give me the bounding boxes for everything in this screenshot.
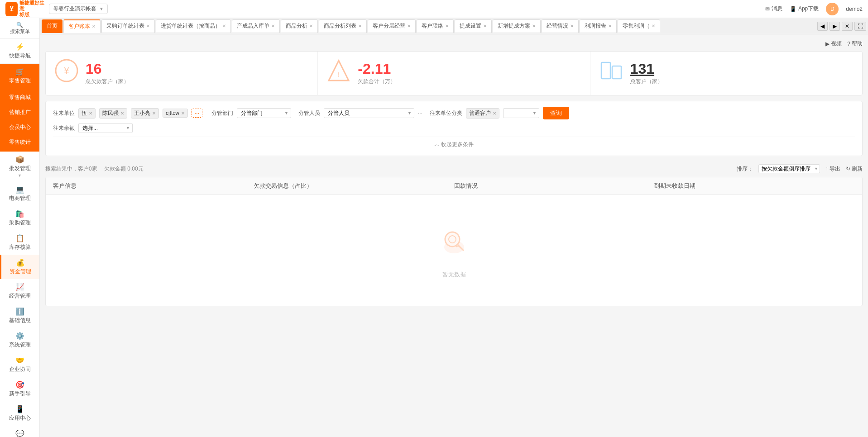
remove-tag-unit2[interactable]: ✕ [120, 111, 124, 116]
sidebar-item-ecommerce[interactable]: 💻 电商管理 [0, 181, 39, 206]
tab-purchase-stats-product[interactable]: 进货单统计表（按商品） ✕ [156, 19, 231, 33]
close-icon[interactable]: ✕ [222, 24, 226, 28]
sidebar: 🔍 搜索菜单 ⚡ 快捷导航 🛒 零售管理 零售商城 营销推广 会员中心 零售统计 [0, 18, 40, 437]
remove-tag-unit4[interactable]: ✕ [181, 111, 185, 116]
username-label: demo2 [846, 6, 863, 12]
appcenter-icon: 📱 [15, 405, 24, 413]
tab-add-commission[interactable]: 新增提成方案 ✕ [493, 19, 541, 33]
tab-profit-report[interactable]: 利润报告 ✕ [580, 19, 617, 33]
message-icon: ✉ [765, 6, 770, 12]
sidebar-item-marketing[interactable]: 营销推广 [0, 105, 39, 120]
tab-customer-tier[interactable]: 客户分层经营 ✕ [368, 19, 416, 33]
person-select[interactable]: 分管人员 [324, 108, 414, 118]
stat-info-customers: 16 总欠款客户（家） [86, 62, 129, 86]
stat-card-amount: ! -2.11 欠款合计（万） [318, 52, 590, 95]
stat-number-total: 131 [630, 62, 663, 76]
sidebar-item-retail-mall[interactable]: 零售商城 [0, 90, 39, 105]
sidebar-item-collab[interactable]: 🤝 企业协同 [0, 352, 39, 377]
stat-icon-owe: ¥ [55, 59, 78, 88]
stat-icon-total [599, 59, 623, 88]
sort-label: 排序： [737, 165, 753, 173]
dept-select-wrapper: 分管部门 [237, 108, 291, 118]
person-more-btn[interactable]: ··· [418, 110, 422, 116]
sidebar-item-appcenter[interactable]: 📱 应用中心 [0, 401, 39, 426]
tab-retail-profit[interactable]: 零售利润（ ✕ [618, 19, 660, 33]
tab-operations[interactable]: 经营情况 ✕ [542, 19, 579, 33]
wholesale-icon: 📦 [15, 155, 24, 164]
tab-next-button[interactable]: ▶ [830, 22, 840, 31]
video-button[interactable]: ▶ 视频 [825, 40, 842, 48]
app-download-button[interactable]: 📱 App下载 [790, 5, 819, 13]
filter-tag-unit1: 伍 ✕ [78, 108, 96, 119]
col-header-due-date: 到期未收款日期 [654, 182, 855, 190]
refresh-button[interactable]: ↻ 刷新 [846, 165, 863, 173]
close-icon[interactable]: ✕ [652, 24, 655, 28]
sidebar-item-wechat[interactable]: 💬 企业微信 [0, 426, 39, 437]
close-icon[interactable]: ✕ [570, 24, 574, 28]
close-icon[interactable]: ✕ [532, 24, 536, 28]
close-icon[interactable]: ✕ [483, 24, 487, 28]
close-icon[interactable]: ✕ [146, 24, 150, 28]
remove-tag-unit1[interactable]: ✕ [89, 111, 92, 116]
phone-icon: 📱 [790, 6, 796, 12]
sort-select[interactable]: 按欠款金额倒序排序 [758, 164, 820, 173]
account-selector[interactable]: 母婴行业演示帐套 ▼ [49, 4, 108, 14]
empty-state: 暂无数据 [46, 195, 862, 306]
stat-number-customers: 16 [86, 62, 129, 76]
data-table: 客户信息 欠款交易信息（占比） 回款情况 到期未收款日期 [45, 177, 863, 306]
sidebar-item-finance[interactable]: 💰 资金管理 [0, 255, 39, 279]
help-button[interactable]: ? 帮助 [847, 40, 863, 48]
filter-row-1: 往来单位 伍 ✕ 陈民强 ✕ 王小亮 ✕ cjttcw [53, 107, 855, 119]
filter-divider [53, 137, 855, 137]
filter-tag-unit-type: 普通客户 ✕ [466, 108, 499, 119]
sidebar-item-newbie[interactable]: 🎯 新手引导 [0, 377, 39, 401]
sidebar-item-wholesale[interactable]: 📦 批发管理 ▼ [0, 152, 39, 181]
result-info: 搜索结果中，客户0家 欠款金额 0.00元 [45, 165, 144, 173]
sidebar-item-retail[interactable]: 🛒 零售管理 [0, 64, 39, 88]
close-icon[interactable]: ✕ [445, 24, 449, 28]
sidebar-item-purchase[interactable]: 🛍️ 采购管理 [0, 206, 39, 230]
tab-prev-button[interactable]: ◀ [817, 22, 828, 31]
main-layout: 🔍 搜索菜单 ⚡ 快捷导航 🛒 零售管理 零售商城 营销推广 会员中心 零售统计 [0, 18, 868, 437]
tab-product-analysis[interactable]: 商品分析 ✕ [281, 19, 318, 33]
collapse-button[interactable]: ︿ 收起更多条件 [53, 139, 855, 150]
sidebar-item-retail-stats[interactable]: 零售统计 [0, 135, 39, 150]
close-icon[interactable]: ✕ [271, 24, 275, 28]
tab-product-inbound[interactable]: 产成品入库单 ✕ [232, 19, 280, 33]
stat-label-customers: 总欠款客户（家） [86, 78, 129, 86]
close-icon[interactable]: ✕ [92, 24, 96, 29]
page-content: ▶ 视频 ? 帮助 ¥ [40, 34, 868, 437]
tab-maximize-button[interactable]: ⛶ [854, 22, 866, 31]
remove-tag-unit-type[interactable]: ✕ [493, 111, 496, 116]
sidebar-item-operations[interactable]: 📈 经营管理 [0, 279, 39, 304]
tab-customer-ledger[interactable]: 客户账本 ✕ [63, 19, 101, 33]
sidebar-item-nav[interactable]: ⚡ 快捷导航 [0, 39, 39, 64]
dept-select[interactable]: 分管部门 [237, 108, 291, 118]
video-icon: ▶ [825, 41, 830, 47]
tab-close-all-button[interactable]: ✕ [842, 22, 853, 31]
sidebar-item-base-info[interactable]: ℹ️ 基础信息 [0, 304, 39, 328]
query-button[interactable]: 查询 [543, 107, 569, 119]
close-icon[interactable]: ✕ [407, 24, 411, 28]
sidebar-item-system[interactable]: ⚙️ 系统管理 [0, 328, 39, 352]
close-icon[interactable]: ✕ [309, 24, 313, 28]
collab-icon: 🤝 [15, 356, 24, 365]
tab-purchase-order-stats[interactable]: 采购订单统计表 ✕ [101, 19, 155, 33]
tab-home[interactable]: 首页 [42, 19, 62, 33]
inventory-icon: 📋 [15, 234, 24, 242]
sidebar-item-member[interactable]: 会员中心 [0, 120, 39, 135]
close-icon[interactable]: ✕ [358, 24, 362, 28]
sidebar-search[interactable]: 🔍 搜索菜单 [0, 18, 39, 39]
balance-select[interactable]: 选择... [78, 123, 133, 133]
close-icon[interactable]: ✕ [608, 24, 612, 28]
filter-tag-unit2: 陈民强 ✕ [99, 108, 127, 119]
filter-more-button[interactable]: ··· [192, 109, 202, 118]
tab-customer-contact[interactable]: 客户联络 ✕ [417, 19, 454, 33]
remove-tag-unit3[interactable]: ✕ [152, 111, 156, 116]
tab-commission-settings[interactable]: 提成设置 ✕ [455, 19, 492, 33]
unit-type-select[interactable] [503, 108, 539, 118]
sidebar-item-inventory[interactable]: 📋 库存核算 [0, 230, 39, 255]
message-button[interactable]: ✉ 消息 [765, 5, 782, 13]
export-button[interactable]: ↑ 导出 [825, 165, 840, 173]
tab-product-analysis-list[interactable]: 商品分析列表 ✕ [319, 19, 367, 33]
